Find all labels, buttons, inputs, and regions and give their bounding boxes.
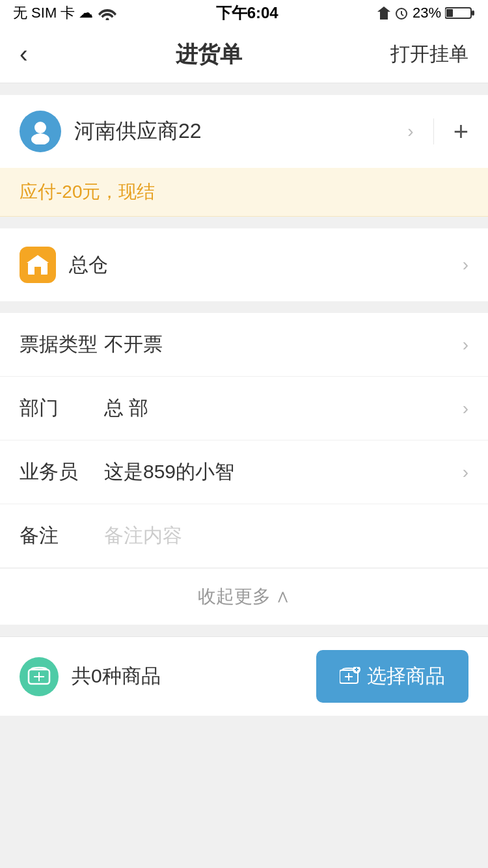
department-row[interactable]: 部门 总 部 › — [0, 377, 488, 441]
salesman-key: 业务员 — [20, 459, 104, 485]
person-icon — [27, 118, 53, 144]
supplier-row[interactable]: 河南供应商22 › + — [0, 95, 488, 168]
department-key: 部门 — [20, 395, 104, 422]
svg-marker-10 — [27, 255, 49, 263]
battery-icon — [445, 6, 475, 20]
nav-bar: ‹ 进货单 打开挂单 — [0, 26, 488, 83]
supplier-name: 河南供应商22 — [74, 117, 407, 146]
warehouse-section: 总仓 › — [0, 228, 488, 301]
svg-rect-11 — [34, 267, 41, 275]
bottom-bar: 共0种商品 选择商品 — [0, 636, 488, 716]
select-cart-icon — [340, 667, 360, 686]
svg-rect-5 — [446, 9, 453, 17]
supplier-arrow-icon: › — [407, 121, 413, 142]
divider-2 — [0, 301, 488, 313]
warehouse-label: 总仓 — [69, 252, 463, 278]
product-icon-wrap — [20, 657, 59, 696]
svg-point-0 — [106, 18, 109, 21]
back-button[interactable]: ‹ — [20, 40, 28, 68]
salesman-arrow-icon: › — [463, 462, 468, 483]
alarm-icon — [394, 6, 409, 20]
add-supplier-button[interactable]: + — [454, 117, 468, 146]
invoice-key: 票据类型 — [20, 331, 104, 358]
product-count-label: 共0种商品 — [72, 663, 316, 690]
remark-input[interactable]: 备注内容 — [104, 522, 468, 549]
remark-row[interactable]: 备注 备注内容 — [0, 504, 488, 568]
status-left: 无 SIM 卡 ☁ — [13, 3, 116, 23]
collapse-label: 收起更多 ∧ — [198, 584, 291, 609]
supplier-avatar — [20, 111, 61, 152]
department-value: 总 部 — [104, 395, 463, 422]
select-product-label: 选择商品 — [367, 663, 445, 690]
status-time: 下午6:04 — [216, 3, 278, 23]
notice-banner: 应付-20元，现结 — [0, 168, 488, 217]
collapse-row[interactable]: 收起更多 ∧ — [0, 568, 488, 625]
notice-text: 应付-20元，现结 — [20, 182, 155, 202]
top-divider — [0, 83, 488, 95]
status-bar: 无 SIM 卡 ☁ 下午6:04 23% — [0, 0, 488, 26]
open-pending-button[interactable]: 打开挂单 — [390, 41, 468, 68]
remark-key: 备注 — [20, 522, 104, 549]
divider-3 — [0, 625, 488, 636]
background-fill — [0, 716, 488, 868]
supplier-section: 河南供应商22 › + 应付-20元，现结 — [0, 95, 488, 217]
cart-icon — [27, 666, 51, 688]
invoice-arrow-icon: › — [463, 334, 468, 355]
warehouse-icon-wrap — [20, 247, 56, 283]
status-right: 23% — [377, 5, 475, 21]
warehouse-arrow-icon: › — [463, 254, 468, 275]
salesman-row[interactable]: 业务员 这是859的小智 › — [0, 441, 488, 504]
page-title: 进货单 — [176, 40, 242, 70]
divider-1 — [0, 217, 488, 228]
vertical-divider — [433, 118, 434, 144]
salesman-value: 这是859的小智 — [104, 459, 463, 485]
sim-status: 无 SIM 卡 ☁ — [13, 3, 93, 23]
wifi-icon — [98, 6, 116, 20]
svg-rect-6 — [472, 10, 474, 16]
svg-point-8 — [31, 133, 49, 144]
svg-point-7 — [34, 122, 46, 133]
warehouse-icon — [27, 255, 49, 275]
department-arrow-icon: › — [463, 398, 468, 419]
form-section: 票据类型 不开票 › 部门 总 部 › 业务员 这是859的小智 › 备注 备注… — [0, 313, 488, 625]
select-product-button[interactable]: 选择商品 — [316, 650, 468, 703]
warehouse-row[interactable]: 总仓 › — [0, 228, 488, 301]
battery-percent: 23% — [413, 5, 441, 21]
svg-line-3 — [401, 14, 403, 16]
location-icon — [377, 7, 390, 20]
invoice-row[interactable]: 票据类型 不开票 › — [0, 313, 488, 377]
invoice-value: 不开票 — [104, 331, 463, 358]
